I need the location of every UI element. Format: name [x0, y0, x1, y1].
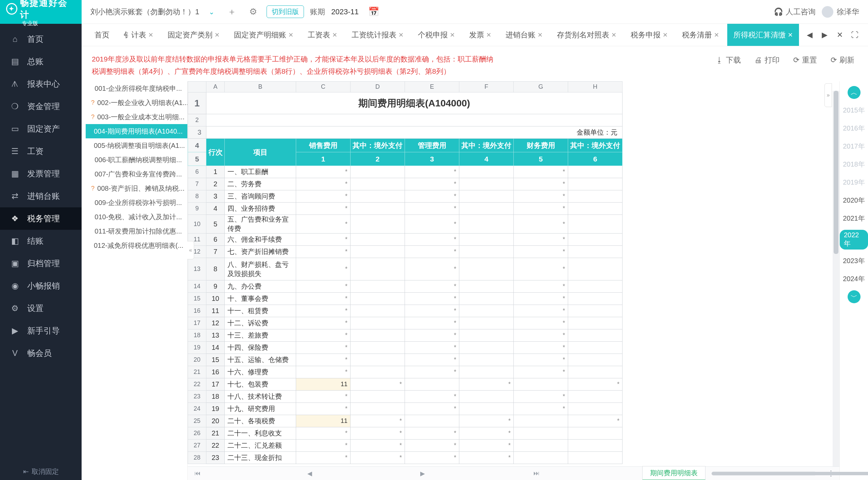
data-cell[interactable]: * [405, 317, 459, 329]
data-cell[interactable]: * [296, 234, 351, 246]
data-cell[interactable] [351, 354, 405, 366]
data-cell[interactable] [568, 215, 623, 234]
refresh-button[interactable]: ⟳ 刷新 [827, 53, 858, 67]
tab[interactable]: 发票 ✕ [463, 24, 497, 46]
data-cell[interactable]: * [405, 234, 459, 246]
col-header[interactable]: H [568, 82, 623, 92]
spreadsheet[interactable]: ABCDEFGH1期间费用明细表(A104000)23金额单位：元4行次项目销售… [188, 81, 623, 464]
sidebar-item-archive-icon[interactable]: ▣归档管理 [0, 252, 82, 275]
row-header[interactable]: 26 [188, 427, 206, 440]
data-cell[interactable]: * [405, 427, 459, 440]
tab[interactable]: 存货别名对照表 ✕ [551, 24, 623, 46]
sheet-last-icon[interactable]: ⏭ [529, 470, 642, 477]
data-cell[interactable]: * [296, 342, 351, 354]
data-cell[interactable]: * [351, 427, 405, 440]
data-cell[interactable] [351, 366, 405, 378]
form-list-item[interactable]: 009-企业所得税弥补亏损明... [86, 195, 187, 210]
sidebar-item-home-icon[interactable]: ⌂首页 [0, 28, 82, 50]
help-button[interactable]: 🎧 人工咨询 [774, 7, 816, 17]
data-cell[interactable] [514, 427, 568, 440]
data-cell[interactable] [351, 293, 405, 305]
row-header[interactable]: 15 [188, 293, 206, 305]
data-cell[interactable] [514, 378, 568, 391]
sidebar-unpin[interactable]: ⇤ 取消固定 [0, 463, 82, 480]
row-header[interactable]: 19 [188, 342, 206, 354]
form-list-item[interactable]: 005-纳税调整项目明细表(A1... [86, 138, 187, 153]
data-cell[interactable]: * [405, 166, 459, 178]
sidebar-item-close-period-icon[interactable]: ◧结账 [0, 230, 82, 252]
data-cell[interactable] [568, 329, 623, 342]
data-cell[interactable] [459, 258, 514, 280]
data-cell[interactable]: * [405, 258, 459, 280]
col-header[interactable]: B [225, 82, 296, 92]
data-cell[interactable]: * [514, 342, 568, 354]
data-cell[interactable]: * [296, 166, 351, 178]
data-cell[interactable]: * [296, 258, 351, 280]
data-cell[interactable]: * [296, 403, 351, 415]
data-cell[interactable] [568, 258, 623, 280]
data-cell[interactable]: * [514, 215, 568, 234]
data-cell[interactable]: * [405, 203, 459, 215]
data-cell[interactable]: 11 [296, 415, 351, 427]
data-cell[interactable]: * [296, 203, 351, 215]
col-header[interactable]: D [351, 82, 405, 92]
data-cell[interactable]: * [459, 378, 514, 391]
data-cell[interactable] [351, 178, 405, 190]
data-cell[interactable] [405, 415, 459, 427]
tab[interactable]: 钅计表 ✕ [118, 24, 159, 46]
calendar-icon[interactable]: 📅 [365, 6, 382, 17]
close-icon[interactable]: ✕ [215, 31, 220, 39]
data-cell[interactable] [405, 378, 459, 391]
data-cell[interactable] [459, 317, 514, 329]
data-cell[interactable]: * [351, 378, 405, 391]
year-option[interactable]: 2023年 [843, 254, 865, 268]
data-cell[interactable]: * [296, 427, 351, 440]
data-cell[interactable] [351, 190, 405, 203]
data-cell[interactable] [459, 305, 514, 317]
data-cell[interactable]: * [405, 452, 459, 464]
data-cell[interactable]: * [514, 190, 568, 203]
data-cell[interactable] [568, 427, 623, 440]
tab-fullscreen-icon[interactable]: ⛶ [848, 28, 861, 42]
data-cell[interactable]: * [405, 293, 459, 305]
data-cell[interactable]: * [296, 329, 351, 342]
form-list-item[interactable]: ?003-一般企业成本支出明细... [86, 110, 187, 124]
data-cell[interactable] [568, 354, 623, 366]
row-header[interactable]: 4 [188, 139, 206, 152]
data-cell[interactable]: * [405, 342, 459, 354]
data-cell[interactable]: * [351, 452, 405, 464]
data-cell[interactable]: * [568, 378, 623, 391]
row-header[interactable]: 13 [188, 258, 206, 280]
form-list-item[interactable]: ?008-资产折旧、摊销及纳税... [86, 181, 187, 195]
sheet-first-icon[interactable]: ⏮ [190, 470, 303, 477]
data-cell[interactable] [568, 190, 623, 203]
data-cell[interactable]: * [405, 329, 459, 342]
year-down-icon[interactable]: ﹀ [848, 290, 861, 303]
data-cell[interactable]: * [405, 190, 459, 203]
data-cell[interactable] [351, 329, 405, 342]
tab[interactable]: 固定资产明细账 ✕ [228, 24, 300, 46]
form-list-item[interactable]: 001-企业所得税年度纳税申... [86, 81, 187, 96]
data-cell[interactable]: * [405, 403, 459, 415]
data-cell[interactable]: * [296, 178, 351, 190]
data-cell[interactable]: * [405, 366, 459, 378]
data-cell[interactable]: * [459, 440, 514, 452]
data-cell[interactable] [459, 166, 514, 178]
close-icon[interactable]: ✕ [450, 31, 455, 39]
tab[interactable]: 工资统计报表 ✕ [345, 24, 410, 46]
data-cell[interactable] [568, 166, 623, 178]
close-icon[interactable]: ✕ [486, 31, 491, 39]
data-cell[interactable] [459, 391, 514, 403]
data-cell[interactable] [568, 342, 623, 354]
row-header[interactable]: 20 [188, 354, 206, 366]
data-cell[interactable] [351, 342, 405, 354]
data-cell[interactable]: * [514, 258, 568, 280]
sheet-next-icon[interactable]: ▶ [416, 470, 529, 477]
data-cell[interactable]: * [296, 391, 351, 403]
close-icon[interactable]: ✕ [148, 31, 153, 39]
year-option[interactable]: 2020年 [843, 194, 865, 207]
form-list-item[interactable]: 010-免税、减计收入及加计... [86, 210, 187, 224]
sidebar-item-guide-icon[interactable]: ▶新手引导 [0, 320, 82, 342]
data-cell[interactable] [351, 215, 405, 234]
close-icon[interactable]: ✕ [538, 31, 543, 39]
